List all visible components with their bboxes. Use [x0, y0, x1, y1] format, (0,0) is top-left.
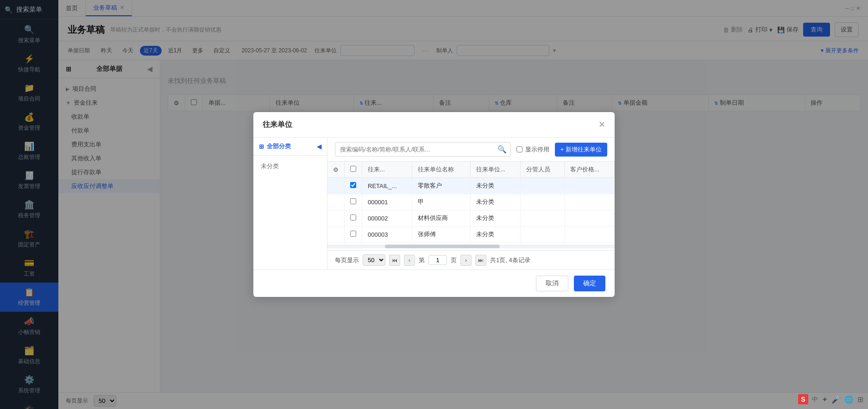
logo-icon-4[interactable]: 🌐 [844, 395, 854, 404]
row-manager-2 [521, 194, 565, 210]
dialog-left-panel: ⊞ 全部分类 ◀ 未分类 [253, 138, 327, 270]
dialog-th-category: 往来单位... [471, 162, 521, 178]
row-settings-3 [327, 210, 345, 227]
row-name-1: 零散客户 [412, 178, 471, 194]
dialog-search-field[interactable]: 🔍 [335, 142, 511, 157]
dialog-partner-table: ⚙ 往来... 往来单位名称 往来单位... 分管人员 客户价格... [327, 162, 615, 243]
row-category-2: 未分类 [471, 194, 521, 210]
last-page-button[interactable]: ⏭ [475, 255, 486, 266]
table-row[interactable]: 000001 甲 未分类 [327, 194, 615, 210]
row-settings-1 [327, 178, 345, 194]
dialog-select-all[interactable] [350, 166, 356, 172]
dialog-right-panel: 🔍 显示停用 + 新增往来单位 ⚙ [327, 138, 615, 270]
row-check-3[interactable] [350, 214, 356, 220]
row-settings-2 [327, 194, 345, 210]
row-price-2 [564, 194, 614, 210]
dialog-header: 往来单位 ✕ [253, 112, 615, 138]
grid-icon: ⊞ [259, 143, 264, 150]
first-page-button[interactable]: ⏮ [389, 255, 400, 266]
total-info: 共1页, 4条记录 [490, 256, 530, 264]
logo-icon-2[interactable]: ✦ [822, 395, 828, 404]
row-name-2: 甲 [412, 194, 471, 210]
row-checkbox-2[interactable] [345, 194, 362, 210]
dialog-body: ⊞ 全部分类 ◀ 未分类 🔍 显示停用 [253, 138, 615, 270]
row-name-4: 张师傅 [412, 227, 471, 243]
logo-icon-1[interactable]: 中 [812, 395, 818, 404]
dialog-footer: 取消 确定 [253, 270, 615, 297]
table-row[interactable]: 000003 张师傅 未分类 [327, 227, 615, 243]
row-checkbox-1[interactable] [345, 178, 362, 194]
logo-icon-3[interactable]: 🎤 [831, 395, 841, 404]
dialog-title: 往来单位 [263, 120, 292, 130]
dialog-search-input[interactable] [335, 144, 494, 155]
row-price-3 [564, 210, 614, 227]
dialog-overlay: 往来单位 ✕ ⊞ 全部分类 ◀ 未分类 🔍 [0, 0, 868, 409]
table-row[interactable]: 000002 材料供应商 未分类 [327, 210, 615, 227]
next-page-button[interactable]: › [460, 255, 472, 266]
show-disabled-checkbox[interactable] [516, 146, 522, 152]
row-check-2[interactable] [350, 198, 356, 204]
dialog-category-list: 未分类 [253, 156, 327, 270]
dialog-toolbar: 🔍 显示停用 + 新增往来单位 [327, 138, 615, 162]
dialog-close-button[interactable]: ✕ [598, 120, 605, 130]
prev-page-button[interactable]: ‹ [404, 255, 415, 266]
row-check-1[interactable] [350, 182, 356, 188]
dialog-th-price: 客户价格... [564, 162, 614, 178]
dialog-pagination: 每页显示 50 ⏮ ‹ 第 页 › ⏭ 共1页, 4条记录 [327, 250, 615, 270]
per-page-label: 每页显示 [335, 256, 359, 264]
logo-s: S [798, 394, 808, 404]
logo-area: S 中 ✦ 🎤 🌐 ⊞ [798, 394, 863, 404]
page-label: 第 [419, 256, 425, 264]
row-name-3: 材料供应商 [412, 210, 471, 227]
dialog-scrollbar[interactable] [327, 245, 615, 248]
row-category-1: 未分类 [471, 178, 521, 194]
page-number-input[interactable] [428, 255, 447, 265]
page-suffix: 页 [451, 256, 457, 264]
collapse-dialog-left-icon[interactable]: ◀ [317, 143, 321, 150]
row-manager-4 [521, 227, 565, 243]
row-code-3: 000002 [362, 210, 412, 227]
row-code-2: 000001 [362, 194, 412, 210]
row-manager-1 [521, 178, 565, 194]
dialog-th-code: 往来... [362, 162, 412, 178]
row-checkbox-3[interactable] [345, 210, 362, 227]
new-partner-button[interactable]: + 新增往来单位 [555, 143, 607, 157]
confirm-button[interactable]: 确定 [574, 276, 605, 291]
dialog-all-category[interactable]: ⊞ 全部分类 ◀ [253, 138, 327, 156]
dialog-th-settings: ⚙ [327, 162, 345, 178]
scrollbar-thumb [385, 245, 500, 248]
dialog-th-checkbox [345, 162, 362, 178]
all-category-label: 全部分类 [267, 142, 291, 151]
row-manager-3 [521, 210, 565, 227]
row-price-1 [564, 178, 614, 194]
logo-icon-5[interactable]: ⊞ [857, 395, 863, 404]
dialog-table-wrap: ⚙ 往来... 往来单位名称 往来单位... 分管人员 客户价格... [327, 162, 615, 243]
dialog-th-manager: 分管人员 [521, 162, 565, 178]
per-page-select[interactable]: 50 [363, 254, 385, 266]
row-checkbox-4[interactable] [345, 227, 362, 243]
dialog-th-name: 往来单位名称 [412, 162, 471, 178]
row-settings-4 [327, 227, 345, 243]
search-icon: 🔍 [494, 143, 510, 156]
table-row[interactable]: RETAIL_... 零散客户 未分类 [327, 178, 615, 194]
partner-dialog: 往来单位 ✕ ⊞ 全部分类 ◀ 未分类 🔍 [253, 112, 615, 297]
row-category-4: 未分类 [471, 227, 521, 243]
row-price-4 [564, 227, 614, 243]
show-disabled-text: 显示停用 [525, 145, 549, 154]
row-code-4: 000003 [362, 227, 412, 243]
row-check-4[interactable] [350, 231, 356, 237]
cancel-button[interactable]: 取消 [536, 276, 568, 291]
show-disabled-label[interactable]: 显示停用 [516, 145, 549, 154]
category-item[interactable]: 未分类 [253, 159, 327, 173]
row-code-1: RETAIL_... [362, 178, 412, 194]
row-category-3: 未分类 [471, 210, 521, 227]
logo-icons: 中 ✦ 🎤 🌐 ⊞ [812, 395, 863, 404]
